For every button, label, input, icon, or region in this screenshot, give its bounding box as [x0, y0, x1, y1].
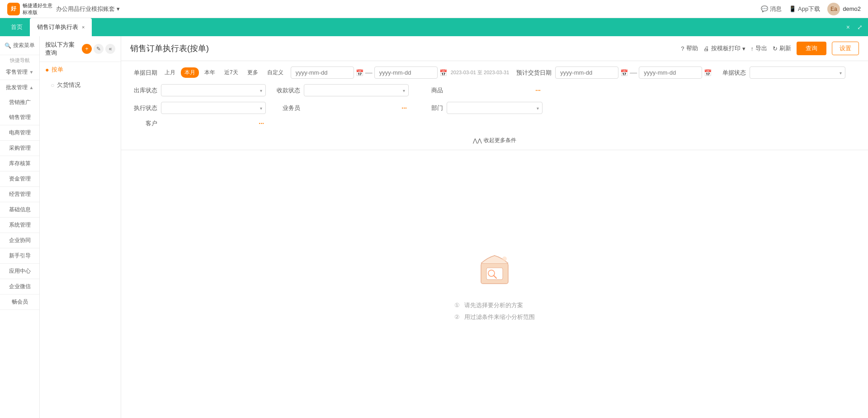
sidebar-basic-header[interactable]: 基础信息: [0, 202, 39, 217]
receipt-status-select-wrapper: ▾: [304, 84, 409, 96]
prev-month-btn[interactable]: 上月: [161, 67, 179, 78]
logo-icon: 好: [7, 3, 20, 15]
ship-status-label: 出库状态: [130, 86, 157, 95]
edit-scheme-button[interactable]: ✎: [94, 44, 104, 54]
add-scheme-button[interactable]: +: [82, 44, 92, 54]
doc-status-label: 单据状态: [719, 69, 746, 77]
exec-status-select[interactable]: [161, 102, 266, 114]
scheme-item-shortage[interactable]: ○ 欠货情况: [40, 77, 121, 93]
ship-status-select[interactable]: [161, 84, 266, 96]
message-action[interactable]: 💬 消息: [761, 5, 782, 13]
window-close-btn[interactable]: ×: [844, 22, 852, 33]
sidebar-collab-header[interactable]: 企业协同: [0, 233, 39, 248]
sidebar-section-newbie: 新手引导: [0, 248, 39, 264]
goods-picker-btn[interactable]: ···: [533, 87, 542, 94]
sidebar-member-header[interactable]: 畅会员: [0, 294, 39, 309]
expected-date-start-input[interactable]: [555, 66, 618, 79]
expected-date-range: 📅 — 📅: [555, 66, 712, 79]
top-bar-left: 好 畅捷通好生意 标准版 办公用品行业模拟账套 ▾: [7, 2, 120, 15]
salesperson-input-area: ···: [304, 104, 409, 112]
content-body: 按以下方案查询 + ✎ « ● 按单 ○ 欠货情况: [40, 36, 868, 418]
salesperson-picker-btn[interactable]: ···: [400, 104, 409, 112]
empty-hint-1: ① 请先选择要分析的方案: [454, 299, 535, 311]
sidebar-retail-header[interactable]: 零售管理 ▼: [0, 65, 39, 80]
window-expand-btn[interactable]: ⤢: [855, 22, 864, 33]
filter-salesperson-group: 业务员 ···: [273, 104, 409, 112]
collapse-more-icon: ⋀⋀: [473, 138, 482, 144]
date-end-input[interactable]: [374, 66, 438, 79]
calendar-start-icon[interactable]: 📅: [356, 69, 363, 76]
receipt-status-select[interactable]: [304, 84, 409, 96]
tab-home[interactable]: 首页: [4, 18, 30, 36]
export-button[interactable]: ↑ 导出: [751, 44, 768, 52]
sidebar-purchase-header[interactable]: 采购管理: [0, 141, 39, 156]
help-button[interactable]: ? 帮助: [681, 44, 698, 52]
curr-month-btn[interactable]: 本月: [181, 67, 199, 78]
product-title[interactable]: 办公用品行业模拟账套 ▾: [56, 5, 120, 13]
scheme-inactive-icon: ○: [51, 81, 54, 89]
sidebar-item-sales[interactable]: 销售管理: [0, 110, 39, 125]
tab-sales-execution[interactable]: 销售订单执行表 ×: [30, 18, 92, 36]
sidebar-wechat-header[interactable]: 企业微信: [0, 279, 39, 294]
search-menu-button[interactable]: 🔍 搜索菜单: [4, 40, 36, 51]
salesperson-label: 业务员: [273, 104, 300, 112]
left-panel-icons: + ✎ «: [82, 44, 115, 54]
sidebar-section-basic: 基础信息: [0, 202, 39, 218]
customer-picker-btn[interactable]: ···: [257, 120, 266, 127]
collapse-icon: «: [109, 46, 112, 52]
date-start-input[interactable]: [291, 66, 354, 79]
user-area[interactable]: Ea demo2: [827, 3, 861, 15]
sidebar-ecommerce-header[interactable]: 电商管理: [0, 125, 39, 140]
expected-calendar-start-icon[interactable]: 📅: [620, 69, 628, 76]
export-icon: ↑: [751, 45, 754, 52]
page-title: 销售订单执行表(按单): [130, 43, 209, 54]
filter-ship-status-group: 出库状态 ▾: [130, 84, 266, 96]
filter-row-3: 执行状态 ▾ 业务员 ···: [130, 102, 859, 114]
dropdown-icon: ▾: [117, 5, 120, 12]
search-icon: 🔍: [5, 43, 11, 49]
refresh-button[interactable]: ↻ 刷新: [773, 44, 791, 52]
doc-status-select[interactable]: [750, 66, 845, 79]
filter-expected-date-group: 预计交货日期 📅 — 📅: [516, 66, 712, 79]
tab-bar: 首页 销售订单执行表 × × ⤢: [0, 18, 868, 36]
collapse-panel-button[interactable]: «: [105, 44, 115, 54]
query-button[interactable]: 查询: [797, 42, 826, 55]
sidebar-inventory-header[interactable]: 库存核算: [0, 156, 39, 171]
settings-button[interactable]: 设置: [832, 42, 859, 55]
sidebar-business-header[interactable]: 经营管理: [0, 187, 39, 202]
help-icon: ?: [681, 45, 684, 52]
sidebar-appcenter-header[interactable]: 应用中心: [0, 264, 39, 279]
sidebar-section-system: 系统管理: [0, 218, 39, 233]
7days-btn[interactable]: 近7天: [221, 67, 242, 78]
sidebar-item-marketing[interactable]: 营销推广: [0, 95, 39, 110]
filter-dept-group: 部门 ▾: [416, 102, 542, 114]
more-date-btn[interactable]: 更多: [244, 67, 262, 78]
wholesale-arrow-icon: ▲: [29, 85, 34, 90]
receipt-status-label: 收款状态: [273, 86, 300, 95]
expected-calendar-end-icon[interactable]: 📅: [704, 69, 712, 76]
sidebar-section-appcenter: 应用中心: [0, 264, 39, 279]
expected-date-end-input[interactable]: [639, 66, 702, 79]
scheme-item-by-order[interactable]: ● 按单: [40, 62, 121, 77]
print-button[interactable]: 🖨 按模板打印 ▾: [703, 44, 745, 52]
custom-date-btn[interactable]: 自定义: [264, 67, 287, 78]
top-bar-right: 💬 消息 📱 App下载 Ea demo2: [761, 3, 861, 15]
collapse-more-btn[interactable]: ⋀⋀ 收起更多条件: [473, 137, 516, 144]
calendar-end-icon[interactable]: 📅: [439, 69, 447, 76]
filter-goods-group: 商品 ···: [416, 86, 542, 95]
goods-input-area: ···: [447, 87, 542, 94]
sidebar-newbie-header[interactable]: 新手引导: [0, 248, 39, 263]
app-download-action[interactable]: 📱 App下载: [789, 5, 820, 13]
dept-select[interactable]: [447, 102, 542, 114]
filter-row-2: 出库状态 ▾ 收款状态: [130, 84, 859, 96]
curr-year-btn[interactable]: 本年: [201, 67, 219, 78]
message-icon: 💬: [761, 5, 768, 12]
empty-svg: [472, 247, 517, 288]
sidebar-finance-header[interactable]: 资金管理: [0, 171, 39, 186]
quick-nav-label: 快捷导航: [0, 55, 39, 65]
tab-close-icon[interactable]: ×: [82, 24, 85, 30]
date-quick-buttons: 上月 本月 本年 近7天 更多 自定义: [161, 67, 287, 78]
sidebar-system-header[interactable]: 系统管理: [0, 218, 39, 233]
sidebar-wholesale-header[interactable]: 批发管理 ▲: [0, 80, 39, 95]
user-name: demo2: [843, 5, 861, 12]
